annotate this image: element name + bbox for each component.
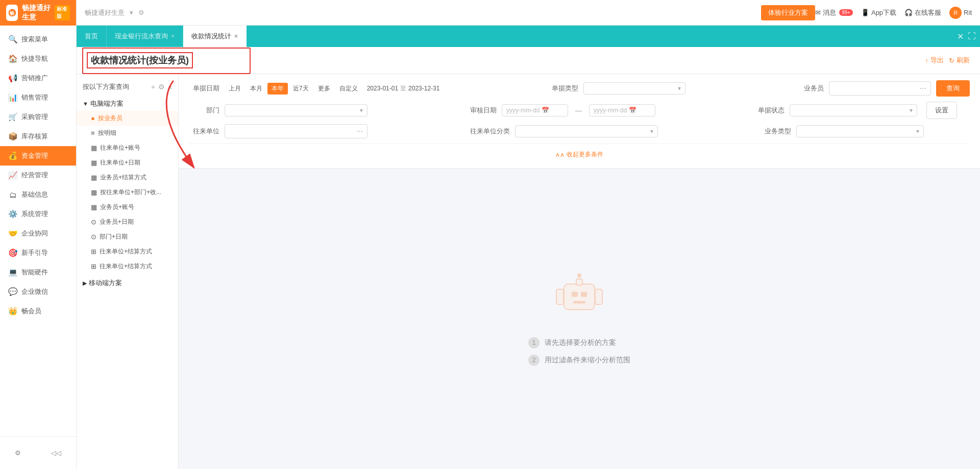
- sidebar-item-basic[interactable]: 🗂 基础信息: [0, 185, 76, 204]
- calendar2-icon: 📅: [629, 107, 636, 114]
- salesperson-more-icon[interactable]: ···: [920, 84, 926, 93]
- user-avatar[interactable]: R Rit: [949, 7, 972, 19]
- settings-icon[interactable]: ⚙: [138, 9, 144, 16]
- sidebar-item-system[interactable]: ⚙️ 系统管理: [0, 204, 76, 224]
- logo-icon: 畅: [6, 5, 18, 21]
- empty-state-icon: [554, 266, 605, 327]
- main-content: 畅捷通好生意 ▾ ⚙ 体验行业方案 ✉ 消息 99+ 📱 App下载 🎧 在线客: [77, 0, 980, 469]
- footer-collapse-btn[interactable]: ◁◁: [43, 445, 69, 461]
- header-left: 畅捷通好生意 ▾ ⚙: [85, 8, 144, 17]
- tab-collection-stat-close[interactable]: ×: [234, 33, 238, 40]
- plan-item-salesperson-settle[interactable]: ▦ 业务员+结算方式: [77, 170, 178, 185]
- tab-close-all-icon[interactable]: ✕: [957, 32, 964, 41]
- doc-status-select[interactable]: ▾: [790, 104, 917, 116]
- partner-category-chevron-icon: ▾: [650, 128, 653, 135]
- page-header-actions: ↑ 导出 ↻ 刷新: [925, 56, 970, 65]
- messages-btn[interactable]: ✉ 消息 99+: [815, 8, 853, 17]
- export-icon: ↑: [925, 57, 929, 64]
- plan-item-by-detail[interactable]: ≡ 按明细: [77, 126, 178, 140]
- plan-group-desktop-header[interactable]: ▼ 电脑端方案: [77, 97, 178, 111]
- search-icon: 🔍: [8, 35, 17, 44]
- sidebar-item-inventory[interactable]: 📦 库存核算: [0, 127, 76, 146]
- scheme-settings-icon[interactable]: ⚙: [158, 83, 165, 91]
- date-btn-this-year[interactable]: 本年: [267, 83, 288, 95]
- header-actions: ✉ 消息 99+ 📱 App下载 🎧 在线客服 R Rit: [815, 7, 972, 19]
- trial-btn[interactable]: 体验行业方案: [761, 5, 815, 20]
- review-date-to[interactable]: yyyy-mm-dd 📅: [589, 104, 655, 116]
- biz-type-select[interactable]: ▾: [796, 125, 924, 137]
- date-range: 2023-01-01 至 2023-12-31: [367, 84, 440, 93]
- date-btn-last-month[interactable]: 上月: [225, 83, 245, 95]
- sidebar-item-sales[interactable]: 📊 销售管理: [0, 88, 76, 107]
- date-to: 2023-12-31: [408, 85, 439, 92]
- biz-type-label: 业务类型: [761, 127, 791, 136]
- tab-collection-stat-label: 收款情况统计: [191, 32, 231, 41]
- sidebar-item-operations[interactable]: 📈 经营管理: [0, 166, 76, 185]
- svg-rect-10: [556, 289, 564, 304]
- date-btn-this-month[interactable]: 本月: [246, 83, 266, 95]
- plan-item-dept-date[interactable]: ⊙ 部门+日期: [77, 229, 178, 244]
- partner-more-icon[interactable]: ···: [356, 127, 363, 136]
- salesperson-select[interactable]: ···: [829, 81, 931, 96]
- sales-icon: 📊: [8, 93, 17, 102]
- review-date-to-placeholder: yyyy-mm-dd: [594, 107, 627, 114]
- online-service-btn[interactable]: 🎧 在线客服: [904, 8, 941, 17]
- footer-settings-btn[interactable]: ⚙: [7, 445, 29, 461]
- date-btn-more[interactable]: 更多: [314, 83, 334, 95]
- tab-bank-flow[interactable]: 现金银行流水查询 ×: [107, 26, 183, 47]
- sidebar-item-enterprise[interactable]: 🤝 企业协同: [0, 224, 76, 243]
- partner-category-select[interactable]: ▾: [515, 125, 658, 137]
- plan-item-salesperson-account[interactable]: ▦ 业务员+账号: [77, 200, 178, 215]
- plan-item-dept-date-label: 部门+日期: [100, 232, 128, 241]
- sidebar-item-marketing[interactable]: 📢 营销推广: [0, 68, 76, 88]
- sidebar-item-purchase-label: 采购管理: [21, 112, 48, 122]
- plan-item-partner-date[interactable]: ▦ 往来单位+日期: [77, 155, 178, 170]
- plan-item-salesperson-settle-icon: ▦: [91, 174, 97, 181]
- sidebar-item-quick-nav[interactable]: 🏠 快捷导航: [0, 49, 76, 68]
- partner-select[interactable]: ···: [225, 124, 368, 138]
- tab-expand-icon[interactable]: ⛶: [968, 32, 976, 41]
- query-btn[interactable]: 查询: [936, 80, 970, 97]
- tab-bank-flow-close[interactable]: ×: [171, 33, 175, 40]
- tab-home[interactable]: 首页: [77, 26, 107, 47]
- plan-group-mobile: ▶ 移动端方案: [77, 276, 178, 290]
- doc-type-select[interactable]: ▾: [583, 82, 685, 95]
- sidebar-item-search[interactable]: 🔍 搜索菜单: [0, 30, 76, 49]
- tab-collection-stat[interactable]: 收款情况统计 ×: [183, 26, 247, 47]
- dept-select[interactable]: ▾: [225, 104, 368, 116]
- review-date-from[interactable]: yyyy-mm-dd 📅: [502, 104, 568, 116]
- date-btn-custom[interactable]: 自定义: [335, 83, 362, 95]
- collapse-conditions-btn[interactable]: ∧∧ 收起更多条件: [552, 147, 606, 162]
- sidebar-item-finance[interactable]: 💰 资金管理: [0, 146, 76, 166]
- plan-item-partner-account[interactable]: ▦ 往来单位+账号: [77, 140, 178, 155]
- refresh-icon: ↻: [949, 57, 954, 64]
- messages-label: 消息: [823, 8, 836, 17]
- doc-type-chevron-icon: ▾: [678, 85, 681, 92]
- plan-item-salesperson-date[interactable]: ⊙ 业务员+日期: [77, 215, 178, 229]
- refresh-btn[interactable]: ↻ 刷新: [949, 56, 970, 65]
- sidebar-item-wechat[interactable]: 💬 企业微信: [0, 282, 76, 301]
- export-btn[interactable]: ↑ 导出: [925, 56, 944, 65]
- refresh-label: 刷新: [957, 56, 970, 65]
- basic-icon: 🗂: [8, 190, 17, 199]
- sidebar-item-member[interactable]: 👑 畅会员: [0, 301, 76, 321]
- scheme-collapse-icon[interactable]: «: [168, 83, 172, 91]
- sidebar-item-purchase[interactable]: 🛒 采购管理: [0, 107, 76, 127]
- sidebar-item-smart-label: 智能硬件: [21, 268, 48, 277]
- service-icon: 🎧: [904, 9, 913, 16]
- dept-label: 部门: [189, 106, 219, 115]
- filter-row-3: 往来单位 ··· 往来单位分类 ▾: [189, 124, 970, 138]
- plan-group-mobile-header[interactable]: ▶ 移动端方案: [77, 276, 178, 290]
- plan-item-partner-dept-collect[interactable]: ▦ 按往来单位+部门+收...: [77, 185, 178, 200]
- date-btn-7days[interactable]: 近7天: [289, 83, 313, 95]
- date-dash: —: [573, 107, 584, 114]
- add-scheme-icon[interactable]: +: [151, 83, 155, 91]
- sidebar-item-basic-label: 基础信息: [21, 190, 48, 199]
- plan-item-by-salesperson[interactable]: ● 按业务员: [77, 111, 178, 126]
- plan-item-partner-settle[interactable]: ⊞ 往来单位+结算方式: [77, 244, 178, 259]
- app-download-btn[interactable]: 📱 App下载: [861, 8, 896, 17]
- plan-item-partner-settle2[interactable]: ⊞ 往来单位+结算方式: [77, 259, 178, 274]
- settings-btn[interactable]: 设置: [926, 102, 957, 119]
- sidebar-item-smart[interactable]: 💻 智能硬件: [0, 263, 76, 282]
- sidebar-item-guide[interactable]: 🎯 新手引导: [0, 243, 76, 263]
